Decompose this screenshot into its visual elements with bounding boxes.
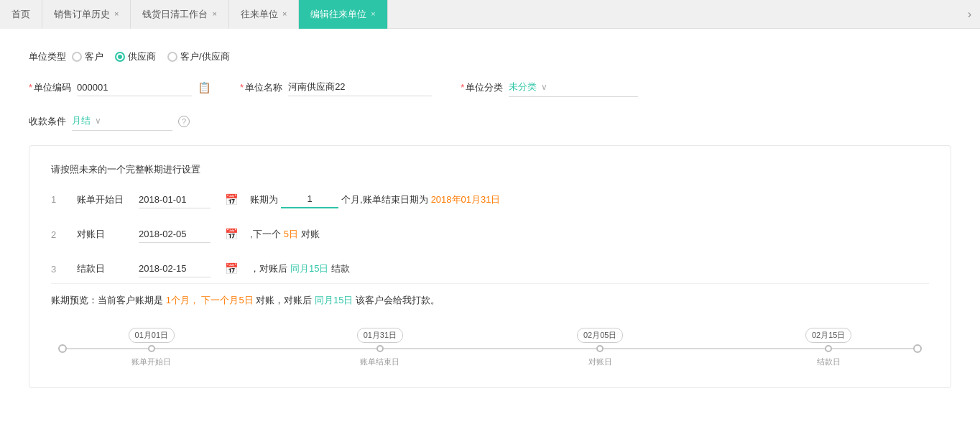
tab-sales-history-close[interactable]: × [114,10,119,18]
period-preview-text: 账期预览：当前客户账期是 1个月， 下一个月5日 对账，对账后 同月15日 该客… [51,283,929,313]
unit-code-input[interactable] [77,79,192,96]
timeline: 01月01日 账单开始日 01月31日 账单结束日 02月05日 对账 [51,327,929,370]
page-content: 单位类型 客户 供应商 客户/供应商 *单位编码 [0,29,980,437]
tab-edit-partner[interactable]: 编辑往来单位 × [299,0,387,29]
period-row-2-label: 对账日 [77,228,127,241]
period-row-3-num: 3 [51,264,65,275]
tl-node-3-badge: 02月05日 [577,328,623,343]
desc-months-unit: 个月,账单结束日期为 [341,193,428,206]
unit-category-select[interactable]: 未分类 ∨ [509,78,638,97]
preview-same15: 同月15日 [315,295,353,305]
desc-prefix-1: 账期为 [250,193,278,206]
unit-type-field: 单位类型 客户 供应商 客户/供应商 [29,50,230,63]
payment-terms-field: 收款条件 月结 ∨ ? [29,111,190,131]
tl-node-2-label: 账单结束日 [360,356,399,367]
tab-cashflow-close[interactable]: × [212,10,216,18]
desc-payment-prefix: ，对账后 [250,262,287,275]
unit-code-field: *单位编码 📋 [29,79,211,96]
payment-terms-label: 收款条件 [29,115,66,128]
tl-node-4-label: 结款日 [817,356,841,367]
tl-node-2-badge: 01月31日 [357,328,403,343]
desc-next-prefix: ,下一个 [250,228,281,241]
tab-edit-partner-label: 编辑往来单位 [310,8,366,21]
period-row-2-num: 2 [51,229,65,240]
tl-node-1-badge: 01月01日 [129,328,175,343]
period-row-1-num: 1 [51,194,65,205]
unit-name-input[interactable] [288,79,432,96]
unit-category-required: * [461,82,464,93]
unit-category-field: *单位分类 未分类 ∨ [461,78,638,97]
unit-code-label: *单位编码 [29,81,71,94]
period-end-date-highlight: 2018年01月31日 [431,193,501,206]
tab-home-label: 首页 [11,8,30,21]
tl-node-1-dot [148,345,155,352]
tab-home[interactable]: 首页 [0,0,42,29]
tabs-bar: 首页 销售订单历史 × 钱货日清工作台 × 往来单位 × 编辑往来单位 × › [0,0,980,29]
expand-tabs-button[interactable]: › [959,8,980,21]
tab-partner[interactable]: 往来单位 × [229,0,299,29]
unit-code-required: * [29,82,32,93]
tab-partner-close[interactable]: × [282,10,287,18]
period-row-1-label: 账单开始日 [77,193,127,206]
period-row-2-desc: ,下一个 5日 对账 [250,228,320,241]
tl-node-2: 01月31日 账单结束日 [376,345,384,352]
radio-customer-circle [72,52,82,62]
unit-category-value: 未分类 [509,80,537,93]
preview-next5: 下一个月5日 [201,295,253,305]
payment-date-calendar-icon[interactable]: 📅 [225,262,239,275]
period-row-1-desc: 账期为 个月,账单结束日期为 2018年01月31日 [250,190,500,208]
payment-date-input[interactable] [139,260,211,277]
tl-node-1: 01月01日 账单开始日 [148,345,155,352]
radio-customer-supplier[interactable]: 客户/供应商 [167,50,230,63]
tab-edit-partner-close[interactable]: × [371,10,375,18]
reconcile-day-highlight: 5日 [284,228,298,241]
timeline-track: 01月01日 账单开始日 01月31日 账单结束日 02月05日 对账 [67,348,913,349]
period-row-2: 2 对账日 📅 ,下一个 5日 对账 [51,226,929,243]
unit-details-row: *单位编码 📋 *单位名称 *单位分类 未分类 ∨ [29,78,951,97]
start-date-input[interactable] [139,191,211,208]
period-row-3-desc: ，对账后 同月15日 结款 [250,262,350,275]
period-box: 请按照未来的一个完整帐期进行设置 1 账单开始日 📅 账期为 个月,账单结束日期… [29,145,951,388]
radio-customer[interactable]: 客户 [72,50,103,63]
payment-day-highlight: 同月15日 [290,262,328,275]
preview-1month: 1个月， [166,295,199,305]
unit-type-radio-group: 客户 供应商 客户/供应商 [72,50,230,63]
preview-label: 账期预览：当前客户账期是 [51,295,163,305]
radio-supplier[interactable]: 供应商 [115,50,156,63]
period-row-1: 1 账单开始日 📅 账期为 个月,账单结束日期为 2018年01月31日 [51,190,929,208]
payment-terms-row: 收款条件 月结 ∨ ? [29,111,951,131]
payment-terms-chevron-icon: ∨ [95,116,101,126]
desc-payment-suffix: 结款 [331,262,350,275]
unit-name-field: *单位名称 [240,79,432,96]
unit-code-icon[interactable]: 📋 [198,81,211,94]
payment-terms-select[interactable]: 月结 ∨ [72,111,172,131]
start-date-calendar-icon[interactable]: 📅 [225,193,239,206]
period-row-3-label: 结款日 [77,262,127,275]
unit-category-chevron-icon: ∨ [541,82,547,92]
tl-node-4: 02月15日 结款日 [825,345,832,352]
tl-node-1-label: 账单开始日 [131,356,171,367]
preview-middle: 对账，对账后 [256,295,312,305]
timeline-right-cap [913,344,922,353]
unit-type-row: 单位类型 客户 供应商 客户/供应商 [29,50,951,63]
reconcile-date-input[interactable] [139,226,211,243]
tab-partner-label: 往来单位 [241,8,278,21]
tab-sales-history[interactable]: 销售订单历史 × [42,0,131,29]
unit-category-label: *单位分类 [461,81,503,94]
period-months-input[interactable] [281,190,338,208]
tl-node-2-dot [376,345,384,352]
tab-cashflow[interactable]: 钱货日清工作台 × [131,0,228,29]
timeline-left-cap [58,344,67,353]
tl-node-4-badge: 02月15日 [805,328,851,343]
payment-terms-help-icon[interactable]: ? [178,116,190,127]
payment-terms-value: 月结 [72,114,91,127]
tab-sales-history-label: 销售订单历史 [54,8,110,21]
period-row-3: 3 结款日 📅 ，对账后 同月15日 结款 [51,260,929,277]
tab-cashflow-label: 钱货日清工作台 [142,8,208,21]
unit-name-label: *单位名称 [240,81,282,94]
unit-name-required: * [240,82,244,93]
preview-end: 该客户会给我打款。 [356,295,440,305]
tl-node-3: 02月05日 对账日 [596,345,604,352]
reconcile-date-calendar-icon[interactable]: 📅 [225,228,239,241]
radio-customer-label: 客户 [85,50,103,63]
